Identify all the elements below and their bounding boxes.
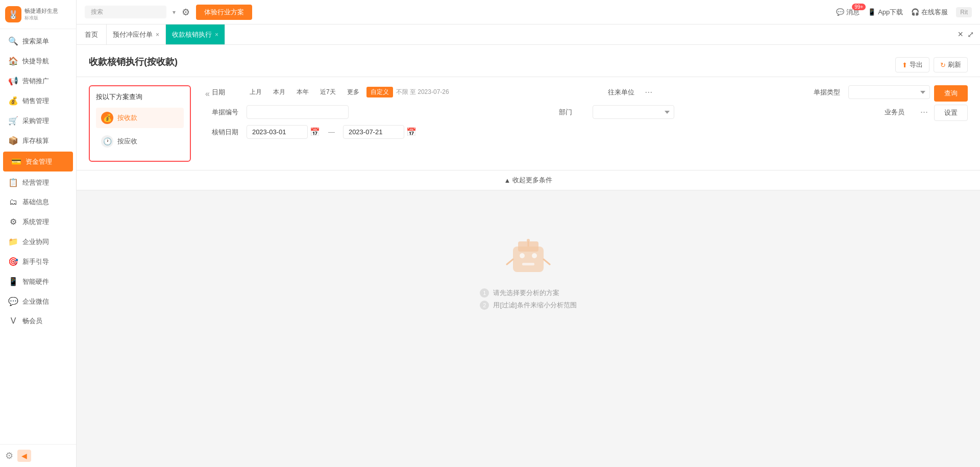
verify-date-label: 核销日期 (212, 128, 238, 137)
sidebar-item-beginner[interactable]: 🎯新手引导 (0, 252, 76, 272)
page-toolbar: ⬆ 导出 ↻ 刷新 (895, 53, 968, 77)
doc-type-select[interactable] (848, 85, 930, 99)
tab-prepay-close[interactable]: × (156, 31, 159, 38)
sidebar-item-member[interactable]: V畅会员 (0, 311, 76, 331)
tabbar-expand-icon[interactable]: ⤢ (967, 30, 974, 39)
search-icon: 🔍 (8, 36, 18, 46)
app-icon: 📱 (868, 8, 876, 16)
filter-area: 按以下方案查询 💰 按收款 🕐 按应收 « 日期 (77, 77, 980, 170)
by-receivable-label: 按应收 (117, 137, 137, 146)
sidebar-item-enterprise[interactable]: 📁企业协同 (0, 232, 76, 252)
sidebar-label-quick-nav: 快捷导航 (22, 57, 49, 66)
sidebar-nav: 🔍搜索菜单🏠快捷导航📢营销推广💰销售管理🛒采购管理📦库存核算💳资金管理📋经营管理… (0, 29, 76, 444)
sidebar-item-funds[interactable]: 💳资金管理 (3, 152, 73, 171)
sidebar-item-operations[interactable]: 📋经营管理 (0, 173, 76, 192)
verify-date-start-cal[interactable]: 📅 (310, 127, 320, 137)
sidebar-label-member: 畅会员 (22, 316, 42, 326)
date-range-text: 不限 至 2023-07-26 (396, 88, 449, 96)
filter-row-1: 日期 上月 本月 本年 近7天 更多 自定义 不限 至 2023-07-26 (212, 85, 930, 99)
page-content: 收款核销执行(按收款) ⬆ 导出 ↻ 刷新 按以下方案查询 (77, 45, 980, 467)
settings-btn[interactable]: 设置 (934, 105, 968, 121)
doc-no-label: 单据编号 (212, 108, 238, 117)
tab-receipt-verify-close[interactable]: × (215, 31, 218, 38)
sidebar-item-search[interactable]: 🔍搜索菜单 (0, 31, 76, 51)
verify-date-start-group: 📅 (247, 125, 320, 139)
topbar-msg-btn[interactable]: 💬 消息 99+ (836, 8, 860, 17)
enterprise-icon: 📁 (8, 237, 18, 247)
verify-date-end-cal[interactable]: 📅 (406, 127, 416, 137)
topbar-service-btn[interactable]: 🎧 在线客服 (911, 8, 948, 17)
svg-line-8 (544, 259, 550, 264)
date-custom[interactable]: 自定义 (366, 87, 393, 97)
tab-home[interactable]: 首页 (77, 24, 107, 44)
refresh-label: 刷新 (948, 60, 961, 69)
logo: 🐰 畅捷通好生意 标准版 (0, 0, 76, 29)
sidebar-collapse-btn[interactable]: ◀ (17, 450, 31, 462)
topbar-app-label: App下载 (878, 8, 903, 17)
sidebar-item-system[interactable]: ⚙系统管理 (0, 212, 76, 232)
filter-sidebar-title: 按以下方案查询 (96, 92, 184, 102)
sidebar-item-marketing[interactable]: 📢营销推广 (0, 71, 76, 91)
logo-badge: 标准版 (24, 15, 58, 21)
tab-prepay[interactable]: 预付冲应付单 × (107, 24, 166, 44)
empty-illustration (503, 231, 554, 282)
collapse-more-btn[interactable]: ▲ 收起更多条件 (496, 174, 561, 187)
date-this-year[interactable]: 本年 (292, 86, 313, 98)
smart-hw-icon: 📱 (8, 277, 18, 286)
logo-text: 畅捷通好生意 (24, 7, 58, 14)
by-receipt-icon: 💰 (101, 112, 113, 124)
date-group: 上月 本月 本年 近7天 更多 自定义 不限 至 2023-07-26 (246, 86, 449, 98)
collapse-icon: ▲ (504, 177, 511, 184)
industry-btn[interactable]: 体验行业方案 (196, 5, 252, 20)
filter-option-by-receipt[interactable]: 💰 按收款 (96, 108, 184, 128)
topbar-app-btn[interactable]: 📱 App下载 (868, 8, 903, 17)
date-label: 日期 (212, 88, 237, 97)
sidebar-label-smart-hw: 智能硬件 (22, 277, 49, 286)
doc-type-label: 单据类型 (814, 88, 840, 97)
tabbar: 首页 预付冲应付单 × 收款核销执行 × × ⤢ (77, 24, 980, 45)
verify-date-end-input[interactable] (343, 125, 404, 139)
tab-receipt-verify[interactable]: 收款核销执行 × (166, 24, 225, 44)
tabbar-close-icon[interactable]: × (958, 29, 963, 40)
filter-option-by-receivable[interactable]: 🕐 按应收 (96, 131, 184, 152)
date-more[interactable]: 更多 (343, 86, 363, 98)
date-7days[interactable]: 近7天 (316, 86, 340, 98)
empty-hint-2-text: 用[过滤]条件来缩小分析范围 (493, 301, 576, 310)
partner-ellipsis-btn[interactable]: ··· (643, 87, 654, 97)
topbar-service-label: 在线客服 (921, 8, 948, 17)
topbar-right: 💬 消息 99+ 📱 App下载 🎧 在线客服 Rit (836, 7, 972, 17)
query-btn[interactable]: 查询 (934, 85, 968, 102)
hint-num-2: 2 (480, 301, 489, 310)
sidebar-item-purchase[interactable]: 🛒采购管理 (0, 111, 76, 131)
topbar-chevron-icon[interactable]: ▾ (173, 9, 176, 16)
topbar-gear-icon[interactable]: ⚙ (182, 7, 190, 18)
sidebar-label-system: 系统管理 (22, 217, 49, 227)
refresh-btn[interactable]: ↻ 刷新 (934, 57, 968, 72)
export-btn[interactable]: ⬆ 导出 (895, 57, 929, 72)
sidebar-item-sales[interactable]: 💰销售管理 (0, 91, 76, 111)
date-this-month[interactable]: 本月 (269, 86, 289, 98)
purchase-icon: 🛒 (8, 116, 18, 126)
sidebar-item-quick-nav[interactable]: 🏠快捷导航 (0, 51, 76, 71)
sidebar-label-wechat: 企业微信 (22, 297, 49, 306)
sidebar-item-basic-info[interactable]: 🗂基础信息 (0, 192, 76, 212)
dept-select[interactable] (593, 105, 674, 119)
main-area: 搜索 ▾ ⚙ 体验行业方案 💬 消息 99+ 📱 App下载 🎧 在线客服 Ri… (77, 0, 980, 467)
tab-prepay-label: 预付冲应付单 (113, 30, 153, 39)
filter-collapse-btn[interactable]: « (203, 89, 212, 99)
sidebar-label-funds: 资金管理 (26, 157, 52, 166)
verify-date-end-group: 📅 (343, 125, 416, 139)
funds-icon: 💳 (11, 157, 21, 166)
page-title: 收款核销执行(按收款) (89, 56, 178, 68)
sidebar-bottom: ⚙ ◀ (0, 444, 76, 467)
sidebar-item-wechat[interactable]: 💬企业微信 (0, 291, 76, 311)
verify-date-start-input[interactable] (247, 125, 308, 139)
doc-no-input[interactable] (247, 105, 349, 119)
quick-nav-icon: 🏠 (8, 56, 18, 66)
staff-ellipsis-btn[interactable]: ··· (918, 107, 930, 117)
topbar-user[interactable]: Rit (956, 7, 972, 17)
sidebar-item-smart-hw[interactable]: 📱智能硬件 (0, 272, 76, 291)
settings-icon[interactable]: ⚙ (5, 450, 13, 461)
date-last-month[interactable]: 上月 (246, 86, 266, 98)
sidebar-item-inventory[interactable]: 📦库存核算 (0, 131, 76, 151)
